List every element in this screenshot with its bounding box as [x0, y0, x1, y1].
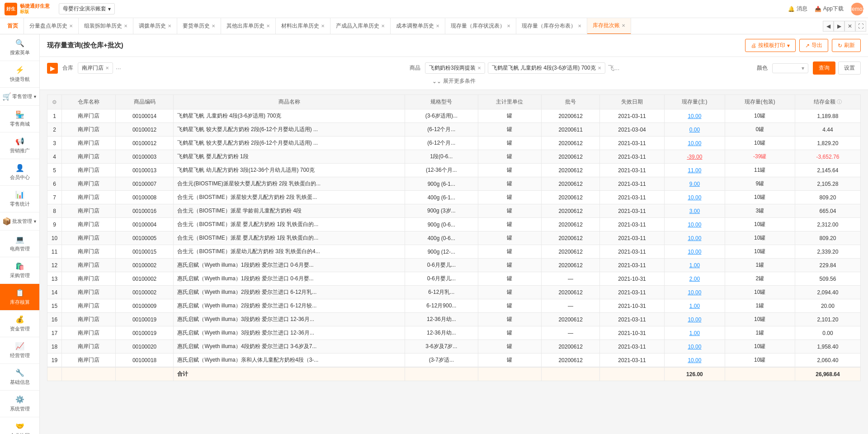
table-row: 15 南岸门店 00100009 惠氏启赋（Wyeth illuma）2段奶粉 …: [47, 299, 861, 313]
footer-empty-4: [405, 367, 478, 381]
tab-7[interactable]: 产成品入库单历史 ✕: [330, 18, 391, 34]
filter-expand-arrow[interactable]: ▶: [47, 63, 58, 74]
tab-close-2[interactable]: ✕: [124, 24, 127, 28]
tab-close-11[interactable]: ✕: [622, 23, 625, 28]
sidebar-item-retail-stats[interactable]: 📊 零售统计: [0, 186, 39, 212]
tab-6[interactable]: 材料出库单历史 ✕: [276, 18, 330, 34]
messages-btn[interactable]: 🔔 消息: [788, 5, 807, 13]
tab-8[interactable]: 成本调整单历史 ✕: [391, 18, 445, 34]
tab-3[interactable]: 调拨单历史 ✕: [133, 18, 177, 34]
warehouse-tag-nangang[interactable]: 南岸门店 ✕: [78, 62, 113, 74]
table-row: 7 南岸门店 00100008 合生元（BIOSTIME）派星较大婴儿配方奶粉 …: [47, 191, 861, 204]
tab-2[interactable]: 组装拆卸单历史 ✕: [79, 18, 133, 34]
cell-warehouse: 南岸门店: [62, 272, 116, 286]
warehouse-more[interactable]: ···: [116, 65, 121, 72]
tab-9[interactable]: 现存量（库存状况表） ✕: [445, 18, 516, 34]
tab-next-btn[interactable]: ▶: [834, 21, 844, 32]
cell-qty-main[interactable]: 10.00: [665, 354, 725, 368]
tab-close-5[interactable]: ✕: [266, 24, 270, 28]
query-btn[interactable]: 查询: [813, 61, 835, 75]
cell-qty-main[interactable]: 1.00: [665, 326, 725, 340]
cell-qty-main[interactable]: 0.00: [665, 123, 725, 137]
info-icon[interactable]: ⓘ: [837, 99, 842, 104]
cell-qty-main[interactable]: 10.00: [665, 137, 725, 150]
sidebar-item-system[interactable]: ⚙️ 系统管理: [0, 391, 39, 417]
tab-11[interactable]: 库存批次账 ✕: [587, 18, 631, 34]
warehouse-tag-close[interactable]: ✕: [105, 66, 109, 71]
cell-unit: 罐: [478, 326, 542, 340]
tab-4[interactable]: 要货单历史 ✕: [177, 18, 221, 34]
sidebar-item-retail-mgmt[interactable]: 🛒 零售管理 ▼: [0, 88, 39, 106]
cell-qty-main[interactable]: 9.00: [665, 177, 725, 191]
product-tag-1[interactable]: 飞鹤奶粉3段两提装 ✕: [425, 62, 485, 74]
product-tag-2[interactable]: 飞鹤星飞帆 儿童奶粉 4段(3-6岁适用) 700克 ✕: [488, 62, 605, 74]
cell-qty-pkg: 9罐: [725, 177, 795, 191]
product-more[interactable]: 飞...: [608, 64, 620, 72]
export-btn[interactable]: ↗ 导出: [799, 39, 828, 52]
company-selector[interactable]: 母婴行业演示账套 ▾: [59, 3, 115, 14]
settings-btn[interactable]: 设置: [838, 61, 861, 75]
tab-close-10[interactable]: ✕: [578, 24, 581, 28]
cell-qty-main[interactable]: 1.00: [665, 299, 725, 313]
tab-close-9[interactable]: ✕: [507, 24, 510, 28]
refresh-btn[interactable]: ↻ 刷新: [832, 39, 861, 52]
cell-warehouse: 南岸门店: [62, 123, 116, 137]
sidebar-item-nav[interactable]: ⚡ 快捷导航: [0, 61, 39, 88]
cell-qty-main[interactable]: 10.00: [665, 313, 725, 326]
tab-home[interactable]: 首页: [2, 18, 24, 34]
tab-10[interactable]: 现存量（库存分布表） ✕: [516, 18, 587, 34]
tab-close-all-btn[interactable]: ✕: [844, 21, 855, 32]
cell-expire: 2021-03-11: [599, 204, 664, 218]
cell-qty-main[interactable]: -39.00: [665, 150, 725, 164]
cell-qty-main[interactable]: 10.00: [665, 245, 725, 259]
cell-qty-main[interactable]: 2.00: [665, 272, 725, 286]
tab-fullscreen-btn[interactable]: ⛶: [855, 21, 866, 32]
sidebar-item-wholesale[interactable]: 📦 批发管理 ▼: [0, 212, 39, 231]
tab-close-1[interactable]: ✕: [69, 24, 73, 28]
tab-prev-btn[interactable]: ◀: [823, 21, 834, 32]
cell-qty-main[interactable]: 10.00: [665, 340, 725, 354]
sidebar-item-ecommerce[interactable]: 💻 电商管理: [0, 231, 39, 257]
tab-close-8[interactable]: ✕: [436, 24, 439, 28]
tab-5[interactable]: 其他出库单历史 ✕: [221, 18, 276, 34]
cell-warehouse: 南岸门店: [62, 286, 116, 299]
product-tag-2-close[interactable]: ✕: [598, 66, 601, 71]
sidebar-item-purchase[interactable]: 🛍️ 采购管理: [0, 257, 39, 284]
tab-close-4[interactable]: ✕: [212, 24, 215, 28]
product-tag-1-close[interactable]: ✕: [477, 66, 481, 71]
settings-icon[interactable]: ⚙: [52, 99, 57, 105]
sidebar-item-inventory[interactable]: 📋 库存核算: [0, 284, 39, 311]
cell-batch: 20200612: [542, 231, 600, 245]
sidebar-item-finance[interactable]: 💰 资金管理: [0, 311, 39, 337]
tab-close-7[interactable]: ✕: [381, 24, 385, 28]
footer-empty-7: [599, 367, 664, 381]
table-row: 14 南岸门店 00100002 惠氏启赋（Wyeth illuma）2段奶粉 …: [47, 286, 861, 299]
sidebar-item-corp-collab[interactable]: 🤝 企业协同: [0, 417, 39, 434]
sidebar-item-management[interactable]: 📈 经营管理: [0, 337, 39, 364]
cell-name: 惠氏启赋（Wyeth illuma）3段奶粉 爱尔兰进口 12-36月...: [174, 326, 405, 340]
sidebar-item-members[interactable]: 👤 会员中心: [0, 159, 39, 186]
col-settings[interactable]: ⚙: [47, 95, 62, 109]
color-filter[interactable]: ▾: [772, 63, 808, 73]
sidebar-item-retail-shop[interactable]: 🏪 零售商城: [0, 106, 39, 132]
print-btn[interactable]: 🖨 按模板打印 ▾: [745, 39, 796, 52]
cell-qty-main[interactable]: 10.00: [665, 218, 725, 231]
tab-close-3[interactable]: ✕: [168, 24, 171, 28]
cell-qty-main[interactable]: 10.00: [665, 109, 725, 123]
sidebar-item-search[interactable]: 🔍 搜索英单: [0, 34, 39, 61]
table-row: 9 南岸门店 00100004 合生元（BIOSTIME）派星 婴儿配方奶粉 1…: [47, 218, 861, 231]
sidebar-item-basic-info[interactable]: 🔧 基础信息: [0, 364, 39, 391]
tab-close-6[interactable]: ✕: [321, 24, 325, 28]
cell-qty-main[interactable]: 10.00: [665, 191, 725, 204]
sidebar-item-marketing[interactable]: 📢 营销推广: [0, 132, 39, 159]
cell-qty-main[interactable]: 11.00: [665, 164, 725, 177]
expand-btn[interactable]: ⌄⌄ 展开更多条件: [432, 77, 476, 85]
cell-qty-main[interactable]: 3.00: [665, 204, 725, 218]
app-download-btn[interactable]: 📥 App下载: [815, 5, 844, 13]
cell-code: 00100012: [115, 137, 174, 150]
cell-qty-main[interactable]: 10.00: [665, 231, 725, 245]
tab-1[interactable]: 分量盘点单历史 ✕: [24, 18, 79, 34]
user-avatar[interactable]: demo2: [851, 3, 863, 15]
cell-qty-main[interactable]: 1.00: [665, 259, 725, 272]
cell-qty-main[interactable]: 10.00: [665, 286, 725, 299]
